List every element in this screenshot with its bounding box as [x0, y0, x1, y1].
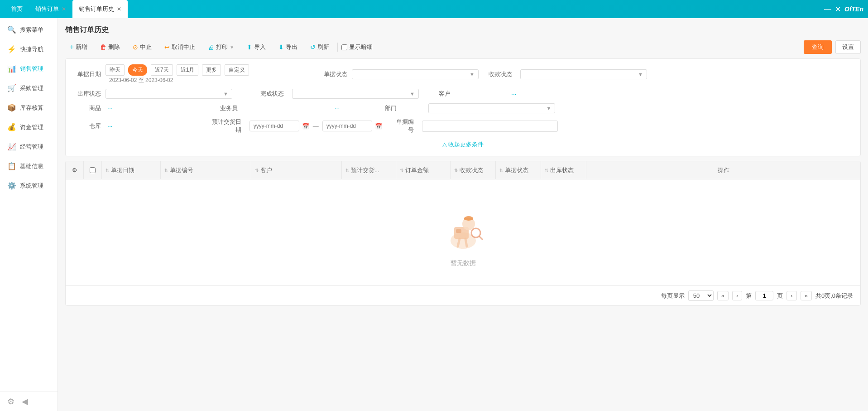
- stop-button[interactable]: ⊘ 中止: [128, 41, 156, 53]
- sidebar: 🔍 搜索菜单 ⚡ 快捷导航 📊 销售管理 🛒 采购管理 📦 库存核算 💰 资金管…: [0, 18, 58, 411]
- th-amount[interactable]: ⇅ 订单金额: [396, 161, 451, 179]
- th-delivery-label: 预计交货...: [351, 166, 379, 174]
- tab-sales-order-close[interactable]: ✕: [62, 6, 66, 12]
- quick-nav-icon: ⚡: [7, 45, 16, 53]
- prev-page-button[interactable]: ‹: [732, 291, 742, 300]
- warehouse-ellipsis-btn[interactable]: ···: [106, 122, 115, 130]
- delivery-end-input[interactable]: [322, 121, 372, 131]
- calendar-end-icon[interactable]: 📅: [375, 123, 382, 130]
- sort-icon-delivery: ⇅: [345, 168, 349, 173]
- tab-home[interactable]: 首页: [5, 0, 29, 18]
- filter-row-2: 出库状态 ▼ 完成状态 ▼ 客户 ···: [73, 89, 853, 99]
- svg-line-7: [479, 236, 482, 239]
- th-status[interactable]: ⇅ 单据状态: [496, 161, 541, 179]
- date-yesterday-btn[interactable]: 昨天: [106, 64, 125, 76]
- delivery-start-input[interactable]: [249, 121, 299, 131]
- sidebar-item-operations[interactable]: 📈 经营管理: [0, 137, 58, 156]
- goods-ellipsis-btn[interactable]: ···: [106, 105, 115, 112]
- th-out-label: 出库状态: [550, 166, 574, 174]
- sidebar-item-quick-nav-label: 快捷导航: [20, 45, 43, 53]
- import-button[interactable]: ⬆ 导入: [242, 41, 270, 53]
- date-1month-btn[interactable]: 近1月: [177, 64, 199, 76]
- bill-status-label: 单据状态: [323, 70, 352, 78]
- date-7days-btn[interactable]: 近7天: [151, 64, 173, 76]
- tab-sales-order[interactable]: 销售订单 ✕: [29, 0, 72, 18]
- last-page-button[interactable]: »: [801, 291, 812, 300]
- select-all-checkbox[interactable]: [90, 167, 96, 173]
- delete-button[interactable]: 🗑 删除: [96, 41, 125, 53]
- add-button[interactable]: + 新增: [65, 41, 92, 53]
- refresh-label: 刷新: [317, 43, 329, 51]
- th-receipt[interactable]: ⇅ 收款状态: [451, 161, 496, 179]
- cancel-stop-button[interactable]: ↩ 取消中止: [160, 41, 200, 53]
- tab-sales-history-close[interactable]: ✕: [117, 6, 121, 12]
- sidebar-settings-icon[interactable]: ⚙: [7, 396, 14, 406]
- import-label: 导入: [254, 43, 266, 51]
- filter-row-1: 单据日期 昨天 今天 近7天 近1月 更多 自定义 2023-06-02 至 2…: [73, 64, 853, 84]
- sidebar-item-sales-mgmt[interactable]: 📊 销售管理: [0, 59, 58, 78]
- complete-status-select[interactable]: ▼: [292, 89, 419, 99]
- next-page-button[interactable]: ›: [786, 291, 796, 300]
- show-cols-checkbox[interactable]: [341, 44, 347, 50]
- refresh-button[interactable]: ↺ 刷新: [306, 41, 334, 53]
- out-status-arrow-icon: ▼: [223, 91, 228, 97]
- th-customer[interactable]: ⇅ 客户: [251, 161, 342, 179]
- empty-illustration: [441, 207, 486, 252]
- sidebar-item-quick-nav[interactable]: ⚡ 快捷导航: [0, 39, 58, 59]
- out-status-select[interactable]: ▼: [106, 89, 232, 99]
- sort-icon-date: ⇅: [106, 168, 109, 173]
- sidebar-item-search-menu[interactable]: 🔍 搜索菜单: [0, 20, 58, 39]
- date-custom-btn[interactable]: 自定义: [225, 64, 249, 76]
- first-page-button[interactable]: «: [717, 291, 729, 300]
- print-icon: 🖨: [208, 44, 214, 51]
- th-settings[interactable]: ⚙: [66, 161, 84, 179]
- print-button[interactable]: 🖨 打印 ▼: [203, 41, 239, 53]
- customer-ellipsis-btn[interactable]: ···: [509, 90, 518, 97]
- bill-status-select[interactable]: ▼: [352, 69, 479, 79]
- th-delivery[interactable]: ⇅ 预计交货...: [342, 161, 396, 179]
- window-minimize[interactable]: —: [824, 5, 831, 13]
- page-label: 第: [746, 292, 752, 300]
- sidebar-item-base-info[interactable]: 📋 基础信息: [0, 156, 58, 176]
- date-today-btn[interactable]: 今天: [128, 64, 147, 76]
- purchase-mgmt-icon: 🛒: [7, 84, 16, 92]
- page-suffix: 页: [777, 292, 783, 300]
- salesman-ellipsis-btn[interactable]: ···: [333, 105, 342, 112]
- window-close[interactable]: ✕: [835, 5, 841, 14]
- query-button[interactable]: 查询: [804, 40, 832, 54]
- sidebar-item-sys-mgmt[interactable]: ⚙️ 系统管理: [0, 176, 58, 195]
- calendar-start-icon[interactable]: 📅: [302, 123, 309, 130]
- print-arrow-icon: ▼: [230, 45, 234, 50]
- setting-button[interactable]: 设置: [835, 40, 861, 54]
- date-filter: 昨天 今天 近7天 近1月 更多 自定义 2023-06-02 至 2023-0…: [106, 64, 296, 84]
- dept-select[interactable]: ▼: [428, 103, 555, 113]
- sidebar-item-inventory[interactable]: 📦 库存核算: [0, 98, 58, 117]
- th-date[interactable]: ⇅ 单据日期: [102, 161, 161, 179]
- tab-sales-history[interactable]: 销售订单历史 ✕: [72, 0, 128, 18]
- th-num-label: 单据编号: [170, 166, 193, 174]
- th-out[interactable]: ⇅ 出库状态: [541, 161, 586, 179]
- date-more-btn[interactable]: 更多: [202, 64, 221, 76]
- sidebar-item-finance[interactable]: 💰 资金管理: [0, 117, 58, 137]
- th-action: 操作: [586, 161, 860, 179]
- page-title: 销售订单历史: [65, 25, 861, 35]
- bill-num-input[interactable]: [422, 121, 558, 132]
- inventory-icon: 📦: [7, 103, 16, 112]
- receipt-status-select[interactable]: ▼: [520, 69, 647, 79]
- th-num[interactable]: ⇅ 单据编号: [161, 161, 251, 179]
- bill-status-arrow-icon: ▼: [470, 72, 475, 77]
- page-size-select[interactable]: 50 20 100: [688, 290, 714, 301]
- th-status-label: 单据状态: [505, 166, 528, 174]
- sidebar-collapse-icon[interactable]: ◀: [22, 396, 28, 406]
- show-cols-label[interactable]: 显示暗细: [341, 43, 373, 51]
- sidebar-item-purchase-mgmt-label: 采购管理: [20, 84, 43, 92]
- page-input[interactable]: [755, 291, 773, 300]
- sidebar-item-purchase-mgmt[interactable]: 🛒 采购管理: [0, 78, 58, 98]
- delivery-date-label: 预计交货日期: [210, 118, 246, 134]
- dept-label: 部门: [369, 104, 401, 112]
- export-button[interactable]: ⬇ 导出: [274, 41, 302, 53]
- tab-sales-history-label: 销售订单历史: [79, 5, 114, 13]
- collapse-bar[interactable]: △ 收起更多条件: [73, 139, 853, 150]
- th-check[interactable]: [84, 161, 102, 179]
- operations-icon: 📈: [7, 142, 16, 151]
